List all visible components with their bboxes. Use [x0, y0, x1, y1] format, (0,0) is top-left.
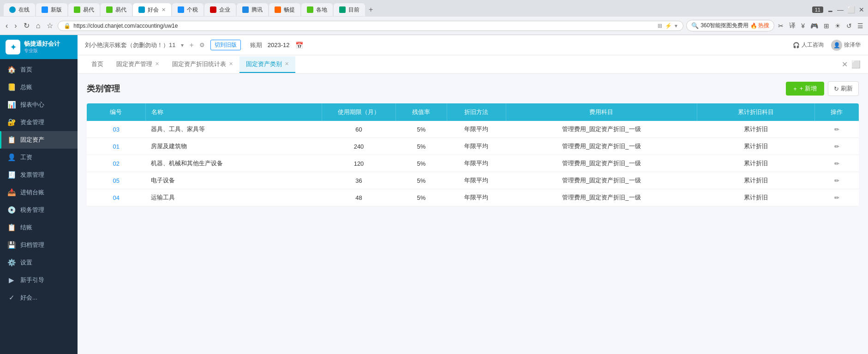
address-bar[interactable]: 🔒 https://cloud.chanjet.com/accounting/u… [58, 21, 683, 31]
sidebar-item-tax[interactable]: 💿 税务管理 [0, 201, 78, 219]
stock-icon: 📥 [7, 188, 16, 197]
settings-cog-button[interactable]: ⚙ [199, 42, 205, 48]
sidebar-item-more[interactable]: ✓ 好会... [0, 289, 78, 306]
report-icon: 📊 [7, 101, 16, 109]
row-name: 运输工具 [145, 189, 322, 206]
browser-tab-2[interactable]: 新版 [36, 3, 67, 16]
refresh-button[interactable]: ↻ 刷新 [828, 81, 859, 96]
address-dropdown-icon[interactable]: ▾ [675, 23, 677, 29]
tab-close-5[interactable]: ✕ [162, 7, 166, 13]
game-icon[interactable]: 🎮 [809, 21, 819, 30]
row-period: 48 [322, 189, 395, 206]
browser-tab-9[interactable]: 畅提 [269, 3, 300, 16]
edit-button[interactable]: ✏ [834, 177, 839, 184]
close-panel-button[interactable]: ✕ [842, 60, 848, 69]
edit-button[interactable]: ✏ [834, 160, 839, 167]
tab-favicon-11 [339, 6, 346, 13]
page-tab-depreciation-close[interactable]: ✕ [229, 61, 233, 67]
title-actions: + + 新增 ↻ 刷新 [786, 81, 859, 96]
tab-favicon-10 [307, 6, 313, 13]
add-account-button[interactable]: + [189, 41, 193, 49]
browser-tab-5[interactable]: 好会 ✕ [133, 3, 171, 16]
tab-favicon-6 [178, 6, 184, 13]
page-tab-asset-mgmt[interactable]: 固定资产管理 ✕ [110, 56, 166, 73]
col-name: 名称 [145, 103, 322, 121]
browser-tab-1[interactable]: 在线 [4, 3, 35, 16]
user-avatar-icon: 👤 [831, 40, 842, 51]
page-tab-asset-mgmt-close[interactable]: ✕ [155, 61, 159, 67]
page-tab-category[interactable]: 固定资产类别 ✕ [239, 56, 295, 73]
row-name: 器具、工具、家具等 [145, 121, 322, 138]
sidebar-item-report[interactable]: 📊 报表中心 [0, 96, 78, 114]
back-button[interactable]: ‹ [4, 21, 10, 31]
tab-favicon-9 [275, 6, 281, 13]
page-title-bar: 类别管理 + + 新增 ↻ 刷新 [87, 81, 859, 96]
tab-count-badge: 11 [812, 6, 823, 13]
sidebar-item-settings[interactable]: ⚙️ 设置 [0, 254, 78, 271]
search-box[interactable]: 🔍 360智能抠图免费用 🔥 热搜 [686, 20, 774, 31]
site-info-icon[interactable]: ⊞ [658, 23, 662, 29]
tab-favicon-5 [138, 6, 145, 13]
brightness-icon[interactable]: ☀ [834, 21, 842, 30]
boost-icon[interactable]: ⚡ [665, 23, 672, 29]
menu-icon[interactable]: ☰ [856, 21, 864, 30]
scissors-icon[interactable]: ✂ [777, 21, 784, 30]
sidebar-item-stock[interactable]: 📥 进销台账 [0, 184, 78, 201]
row-method: 年限平均 [447, 138, 506, 155]
wallet-icon[interactable]: ¥ [800, 21, 806, 30]
dropdown-icon[interactable]: ▾ [181, 42, 184, 48]
browser-tab-7[interactable]: 企业 [204, 3, 236, 16]
page-tab-home[interactable]: 首页 [85, 56, 110, 73]
grid-icon[interactable]: ⊞ [823, 21, 830, 30]
page-tab-depreciation[interactable]: 固定资产折旧统计表 ✕ [166, 56, 239, 73]
browser-tab-6[interactable]: 个税 [172, 3, 204, 16]
sidebar-item-fund[interactable]: 🔐 资金管理 [0, 114, 78, 131]
page-tab-category-close[interactable]: ✕ [285, 61, 289, 67]
browser-tab-8[interactable]: 腾讯 [237, 3, 268, 16]
reload-button[interactable]: ↻ [22, 20, 31, 31]
sidebar-item-home[interactable]: 🏠 首页 [0, 61, 78, 78]
browser-tab-4[interactable]: 易代 [101, 3, 132, 16]
sidebar-item-settle[interactable]: 📋 结账 [0, 219, 78, 236]
user-avatar-area[interactable]: 👤 徐泽华 [831, 40, 861, 51]
sidebar-item-guide[interactable]: ▶ 新手引导 [0, 271, 78, 289]
row-period: 60 [322, 121, 395, 138]
edit-button[interactable]: ✏ [834, 126, 839, 133]
table-row: 01 房屋及建筑物 240 5% 年限平均 管理费用_固定资产折旧_一级 累计折… [87, 138, 859, 155]
search-icon: 🔍 [691, 22, 699, 29]
browser-tab-11[interactable]: 目前 [334, 3, 365, 16]
sidebar-item-invoice[interactable]: 🧾 发票管理 [0, 166, 78, 184]
sidebar-item-ledger[interactable]: 📒 总账 [0, 78, 78, 96]
edit-button[interactable]: ✏ [834, 194, 839, 201]
window-maximize-icon[interactable]: ⬜ [847, 6, 855, 13]
row-period: 36 [322, 172, 395, 189]
window-minimize-icon[interactable]: — [837, 6, 844, 13]
bookmark-button[interactable]: ☆ [45, 20, 55, 31]
service-button[interactable]: 🎧 人工咨询 [793, 41, 824, 49]
guide-icon: ▶ [7, 276, 16, 284]
settle-icon: 📋 [7, 223, 16, 232]
forward-button[interactable]: › [12, 21, 18, 31]
browser-tab-3[interactable]: 易代 [68, 3, 100, 16]
row-action: ✏ [814, 189, 859, 206]
switch-version-button[interactable]: 切到旧版 [210, 40, 241, 50]
add-button[interactable]: + + 新增 [786, 82, 824, 96]
expand-panel-button[interactable]: ⬜ [851, 60, 861, 69]
new-tab-button[interactable]: + [366, 6, 376, 14]
main-content: 类别管理 + + 新增 ↻ 刷新 [78, 74, 868, 354]
home-button[interactable]: ⌂ [34, 21, 42, 31]
sidebar-item-asset[interactable]: 📋 固定资产 [0, 131, 78, 149]
undo-icon[interactable]: ↺ [845, 21, 853, 30]
user-name: 徐泽华 [844, 41, 861, 49]
edit-icon: ✏ [834, 143, 839, 150]
browser-tab-10[interactable]: 各地 [301, 3, 333, 16]
add-icon: + [793, 85, 797, 92]
sidebar-item-archive[interactable]: 💾 归档管理 [0, 236, 78, 254]
tab-restore-icon[interactable]: 🗕 [827, 6, 833, 13]
window-close-icon[interactable]: ✕ [859, 6, 864, 13]
sidebar-item-salary[interactable]: 👤 工资 [0, 149, 78, 166]
calendar-icon[interactable]: 📅 [295, 42, 303, 49]
edit-button[interactable]: ✏ [834, 143, 839, 150]
sidebar-label-guide: 新手引导 [20, 276, 44, 284]
translate-icon[interactable]: 译 [788, 21, 796, 31]
